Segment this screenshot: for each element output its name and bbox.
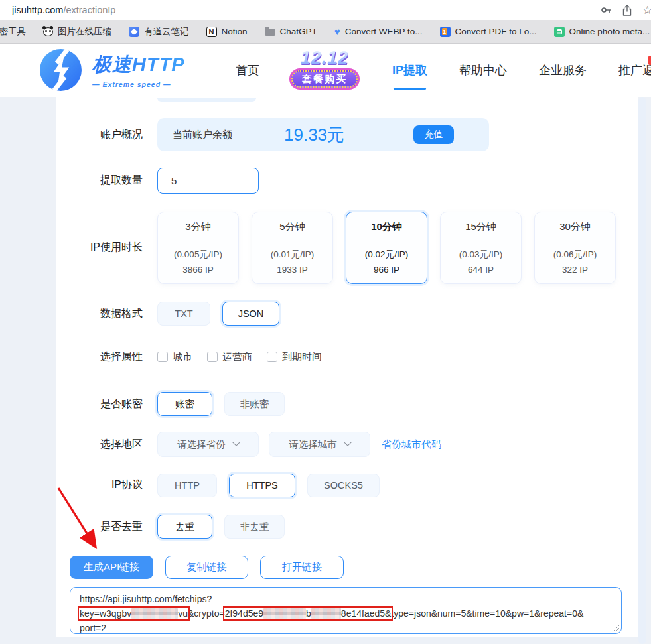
quantity-label: 提取数量 bbox=[56, 174, 143, 188]
attributes-row: 选择属性 城市 运营商 到期时间 bbox=[56, 348, 322, 365]
attribute-checkbox-carrier[interactable]: 运营商 bbox=[207, 351, 252, 363]
nav-item-ip-extract[interactable]: IP提取 bbox=[392, 62, 427, 78]
province-select[interactable]: 请选择省份 bbox=[157, 432, 259, 457]
nav-item-home[interactable]: 首页 bbox=[236, 62, 259, 78]
panda-icon bbox=[43, 27, 53, 36]
auth-row: 是否账密 账密 非账密 bbox=[56, 391, 285, 417]
redacted-key-highlight-box: key=w3qgbvvu bbox=[80, 608, 188, 619]
pdf-converter-icon bbox=[440, 27, 451, 37]
logo-title: 极速HTTP bbox=[92, 52, 185, 78]
protocol-row: IP协议 HTTP HTTPS SOCKS5 bbox=[56, 473, 380, 497]
api-url-line2: key=w3qgbvvu&crypto=2f94d5e9b8e14faed5&t… bbox=[80, 606, 612, 621]
bookmark-chatgpt-folder[interactable]: ChatGPT bbox=[265, 27, 317, 36]
bookmark-image-compress[interactable]: 图片在线压缩 bbox=[43, 26, 111, 38]
attributes-label: 选择属性 bbox=[56, 350, 143, 364]
protocol-option-https[interactable]: HTTPS bbox=[229, 474, 295, 497]
api-url-textarea[interactable]: https://api.jisuhttp.com/fetchips? key=w… bbox=[70, 587, 622, 634]
protocol-option-http[interactable]: HTTP bbox=[157, 474, 217, 497]
quantity-input[interactable]: 5 bbox=[157, 168, 259, 194]
star-icon[interactable]: ☆ bbox=[642, 3, 651, 17]
nav-item-referral[interactable]: 推广返利 bbox=[618, 62, 651, 78]
promo-date: 12.12 bbox=[301, 49, 349, 67]
dedupe-row: 是否去重 去重 非去重 bbox=[56, 514, 285, 539]
nav-item-help-center[interactable]: 帮助中心 bbox=[459, 62, 507, 78]
attribute-checkbox-expiry[interactable]: 到期时间 bbox=[267, 351, 322, 363]
dedupe-label: 是否去重 bbox=[56, 520, 143, 534]
region-label: 选择地区 bbox=[56, 438, 143, 452]
site-logo[interactable]: 极速HTTP — Extreme speed — bbox=[40, 49, 185, 91]
format-row: 数据格式 TXT JSON bbox=[56, 302, 279, 326]
account-panel: 当前账户余额 19.33元 充值 bbox=[157, 118, 489, 151]
logo-subtitle: — Extreme speed — bbox=[92, 80, 185, 88]
promo-banner-1212[interactable]: 12.12 套餐购买 bbox=[287, 49, 362, 92]
redacted-crypto-highlight-box: 2f94d5e9b8e14faed5& bbox=[225, 608, 392, 619]
extraction-form-card: 账户概况 当前账户余额 19.33元 充值 提取数量 5 IP使用时长 3分钟 … bbox=[56, 97, 638, 637]
photo-meta-icon bbox=[554, 27, 565, 37]
account-label: 账户概况 bbox=[56, 128, 143, 142]
auth-option-credential[interactable]: 账密 bbox=[157, 392, 212, 416]
protocol-option-socks5[interactable]: SOCKS5 bbox=[307, 474, 380, 497]
region-row: 选择地区 请选择省份 请选择城市 省份城市代码 bbox=[56, 432, 441, 457]
quantity-row: 提取数量 5 bbox=[56, 168, 259, 194]
youdao-icon bbox=[129, 27, 139, 37]
protocol-label: IP协议 bbox=[56, 478, 143, 492]
nav-item-enterprise[interactable]: 企业服务 bbox=[539, 62, 587, 78]
province-city-code-link[interactable]: 省份城市代码 bbox=[382, 438, 441, 451]
dedupe-option-yes[interactable]: 去重 bbox=[157, 515, 212, 539]
browser-url-bar[interactable]: jisuhttp.com/extractionIp ☆ bbox=[0, 0, 651, 20]
duration-option-30min[interactable]: 30分钟 (0.06元/IP) 322 IP bbox=[534, 212, 616, 284]
checkbox-icon bbox=[207, 352, 218, 362]
folder-icon bbox=[265, 29, 275, 36]
format-option-txt[interactable]: TXT bbox=[157, 302, 210, 326]
actions-row: 生成API链接 复制链接 打开链接 bbox=[70, 556, 344, 579]
bookmarks-bar: 加密工具 图片在线压缩 有道云笔记 NNotion ChatGPT ♥Conve… bbox=[0, 20, 651, 44]
url-text[interactable]: jisuhttp.com/extractionIp bbox=[12, 5, 115, 15]
site-header: 极速HTTP — Extreme speed — 首页 12.12 套餐购买 I… bbox=[0, 44, 651, 97]
url-host: jisuhttp.com bbox=[12, 5, 63, 15]
api-url-line1: https://api.jisuhttp.com/fetchips? bbox=[80, 592, 612, 606]
account-row: 账户概况 当前账户余额 19.33元 充值 bbox=[56, 118, 489, 151]
bookmark-notion[interactable]: NNotion bbox=[206, 27, 248, 37]
format-option-json[interactable]: JSON bbox=[222, 302, 279, 326]
open-link-button[interactable]: 打开链接 bbox=[260, 556, 344, 579]
copy-link-button[interactable]: 复制链接 bbox=[165, 556, 248, 579]
generate-api-link-button[interactable]: 生成API链接 bbox=[70, 556, 153, 579]
webp-heart-icon: ♥ bbox=[334, 27, 340, 36]
bookmark-convert-pdf[interactable]: Convert PDF to Lo... bbox=[440, 27, 537, 37]
mosaic-blur-crypto-2 bbox=[311, 608, 341, 619]
bookmark-encrypt-tool[interactable]: 加密工具 bbox=[0, 26, 26, 38]
url-path: /extractionIp bbox=[63, 5, 115, 15]
bookmark-youdao-note[interactable]: 有道云笔记 bbox=[129, 26, 189, 38]
recharge-button[interactable]: 充值 bbox=[413, 125, 454, 144]
chevron-down-icon bbox=[232, 439, 240, 446]
duration-option-3min[interactable]: 3分钟 (0.005元/IP) 3866 IP bbox=[157, 212, 239, 284]
duration-option-15min[interactable]: 15分钟 (0.03元/IP) 644 IP bbox=[440, 212, 522, 284]
mosaic-blur-key bbox=[131, 608, 178, 619]
resize-handle-icon[interactable] bbox=[613, 625, 619, 631]
duration-options: 3分钟 (0.005元/IP) 3866 IP 5分钟 (0.01元/IP) 1… bbox=[157, 212, 616, 284]
scrollbar-track[interactable] bbox=[638, 97, 646, 644]
nav-red-badge bbox=[648, 56, 651, 65]
dedupe-option-no[interactable]: 非去重 bbox=[224, 515, 285, 539]
bookmark-convert-webp[interactable]: ♥Convert WEBP to... bbox=[334, 27, 423, 36]
auth-label: 是否账密 bbox=[56, 397, 143, 411]
duration-option-5min[interactable]: 5分钟 (0.01元/IP) 1933 IP bbox=[252, 212, 333, 284]
attribute-checkbox-city[interactable]: 城市 bbox=[157, 351, 192, 363]
duration-row: IP使用时长 3分钟 (0.005元/IP) 3866 IP 5分钟 (0.01… bbox=[56, 211, 616, 285]
main-nav: 首页 12.12 套餐购买 IP提取 帮助中心 企业服务 推广返利 bbox=[236, 44, 651, 97]
checkbox-icon bbox=[157, 352, 168, 362]
key-icon[interactable] bbox=[601, 5, 612, 15]
auth-option-no-credential[interactable]: 非账密 bbox=[224, 392, 285, 416]
balance-label: 当前账户余额 bbox=[173, 129, 232, 141]
balance-value: 19.33元 bbox=[284, 123, 344, 147]
promo-buy-label: 套餐购买 bbox=[291, 70, 358, 88]
notion-icon: N bbox=[206, 27, 217, 37]
share-icon[interactable] bbox=[622, 5, 632, 16]
bookmark-photo-meta[interactable]: Online photo meta... bbox=[554, 27, 650, 37]
mosaic-blur-crypto-1 bbox=[263, 608, 306, 619]
city-select[interactable]: 请选择城市 bbox=[269, 432, 370, 457]
duration-option-10min[interactable]: 10分钟 (0.02元/IP) 966 IP bbox=[346, 212, 427, 284]
logo-lightning-icon bbox=[40, 49, 82, 91]
checkbox-icon bbox=[267, 352, 277, 362]
api-url-line3: port=2 bbox=[80, 621, 612, 634]
